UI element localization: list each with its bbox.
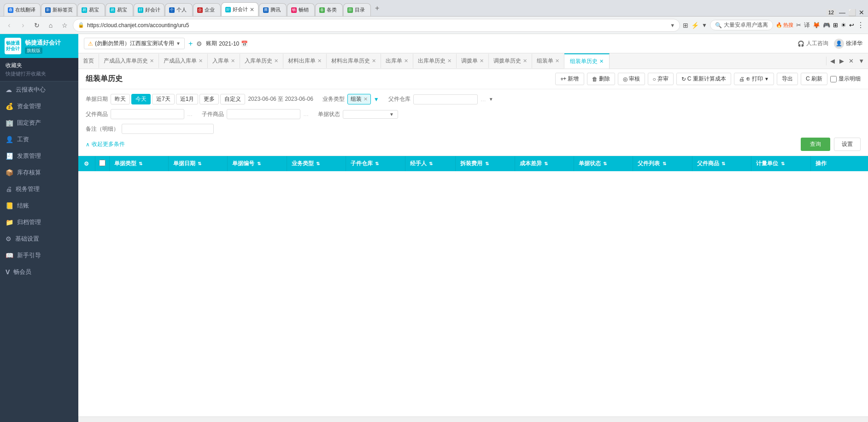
game-icon[interactable]: 🎮 xyxy=(823,22,830,29)
date-btn-yesterday[interactable]: 昨天 xyxy=(111,94,130,104)
tab-close-11[interactable]: ✕ xyxy=(555,58,559,64)
period-selector[interactable]: 账期 2021-10 📅 xyxy=(206,40,248,47)
col-cost-diff[interactable]: 成本差异 ⇅ xyxy=(515,156,574,171)
audit-button[interactable]: ◎ 审核 xyxy=(618,73,645,85)
sidebar-nav-item-settings[interactable]: ⚙ 基础设置 xyxy=(0,231,78,247)
tab-assembly-hist-active[interactable]: 组装单历史 ✕ xyxy=(564,53,610,69)
table-settings-icon[interactable]: ⚙ xyxy=(84,161,89,167)
show-detail-checkbox[interactable]: 显示明细 xyxy=(830,75,861,83)
tab-close-10[interactable]: ✕ xyxy=(523,58,527,64)
nav-forward-btn[interactable]: › xyxy=(18,20,29,31)
tab-mat-outbound[interactable]: 材料出库单 ✕ xyxy=(283,54,327,68)
nav-star-btn[interactable]: ☆ xyxy=(59,20,70,31)
parent-warehouse-dropdown[interactable]: ▼ xyxy=(489,97,493,102)
search-box[interactable]: 🔍 大量安卓用户逃离 xyxy=(710,20,773,30)
grid-icon[interactable]: ⊞ xyxy=(683,22,688,29)
tab-mat-outbound-hist[interactable]: 材料出库单历史 ✕ xyxy=(327,54,381,68)
browser-tab-7[interactable]: 企 企业 xyxy=(193,3,221,16)
tab-outbound[interactable]: 出库单 ✕ xyxy=(381,54,413,68)
browser-tab-10[interactable]: 畅 畅销 xyxy=(287,3,315,16)
col-bill-status[interactable]: 单据状态 ⇅ xyxy=(574,156,633,171)
collapse-btn[interactable]: ∧ 收起更多条件 xyxy=(86,140,125,148)
parent-goods-text[interactable] xyxy=(115,111,170,117)
parent-warehouse-text[interactable] xyxy=(417,96,463,103)
col-parent-list[interactable]: 父件列表 ⇅ xyxy=(633,156,692,171)
close-window-icon[interactable]: ✕ xyxy=(859,9,864,16)
emoji-icon[interactable]: 🦊 xyxy=(813,22,820,29)
parent-warehouse-more[interactable]: … xyxy=(481,96,486,103)
restore-icon[interactable]: ⬜ xyxy=(848,9,856,16)
tab-nav-close[interactable]: ✕ xyxy=(847,57,856,65)
tab-assembly[interactable]: 组装单 ✕ xyxy=(532,54,564,68)
browser-tab-3[interactable]: 易 易宝 xyxy=(77,3,105,16)
tab-close-12[interactable]: ✕ xyxy=(599,58,604,64)
parent-goods-more[interactable]: … xyxy=(187,111,193,117)
biz-type-tag-close[interactable]: ✕ xyxy=(364,96,368,102)
add-company-btn[interactable]: + xyxy=(188,40,193,48)
browser-tab-1[interactable]: 在 在线翻译 xyxy=(4,3,41,16)
col-bill-no[interactable]: 单据编号 ⇅ xyxy=(228,156,287,171)
biz-type-more-icon[interactable]: ▼ xyxy=(374,96,379,103)
browser-tab-6[interactable]: 个 个人 xyxy=(165,3,193,16)
minimize-icon[interactable]: — xyxy=(839,9,845,16)
col-bill-type[interactable]: 单据类型 ⇅ xyxy=(109,156,168,171)
sidebar-nav-item-tax[interactable]: 🖨 税务管理 xyxy=(0,181,78,197)
select-all-checkbox[interactable] xyxy=(99,160,106,166)
tab-transfer[interactable]: 调拨单 ✕ xyxy=(457,54,489,68)
tab-close-9[interactable]: ✕ xyxy=(480,58,484,64)
date-btn-today[interactable]: 今天 xyxy=(131,94,151,104)
browser-tab-11[interactable]: 各 各类 xyxy=(315,3,343,16)
tab-close-6[interactable]: ✕ xyxy=(372,58,376,64)
child-goods-input-box[interactable] xyxy=(227,109,300,119)
tab-close-5[interactable]: ✕ xyxy=(317,58,322,64)
sidebar-nav-item-assets[interactable]: 🏢 固定资产 xyxy=(0,115,78,131)
company-selector[interactable]: ⚠ (勿删勿禁用）江西服宝测试专用 ▼ xyxy=(84,38,185,49)
col-unit[interactable]: 计量单位 ⇅ xyxy=(751,156,810,171)
service-btn[interactable]: 🎧 人工咨询 xyxy=(798,40,828,47)
sidebar-nav-item-finance[interactable]: 💰 资金管理 xyxy=(0,98,78,115)
settings-gear-icon[interactable]: ⚙ xyxy=(196,40,202,47)
browser-tab-12[interactable]: 目 目录 xyxy=(343,3,371,16)
date-btn-more[interactable]: 更多 xyxy=(199,94,219,104)
url-bar[interactable]: 🔒 https://cloud.chanjet.com/accounting/u… xyxy=(73,19,680,32)
tab-prod-inbound-hist[interactable]: 产成品入库单历史 ✕ xyxy=(99,54,159,68)
tab-inbound[interactable]: 入库单 ✕ xyxy=(208,54,240,68)
parent-goods-input-box[interactable] xyxy=(111,109,184,119)
print-button[interactable]: 🖨 ⊕ 打印 ▼ xyxy=(734,73,774,85)
date-btn-7days[interactable]: 近7天 xyxy=(152,94,175,104)
url-dropdown-icon[interactable]: ▼ xyxy=(670,23,675,28)
tab-close-1[interactable]: ✕ xyxy=(150,58,154,64)
col-dismantle-fee[interactable]: 拆装费用 ⇅ xyxy=(456,156,515,171)
browser-tab-8-active[interactable]: 好 好会计 ✕ xyxy=(221,2,258,16)
sidebar-nav-item-archive[interactable]: 📁 归档管理 xyxy=(0,214,78,231)
tab-transfer-hist[interactable]: 调拨单历史 ✕ xyxy=(489,54,532,68)
query-button[interactable]: 查询 xyxy=(801,138,830,151)
user-info[interactable]: 👤 徐泽华 xyxy=(834,39,862,49)
col-parent-goods[interactable]: 父件商品 ⇅ xyxy=(692,156,751,171)
sidebar-nav-item-guide[interactable]: 📖 新手引导 xyxy=(0,247,78,264)
new-button[interactable]: + + 新增 xyxy=(555,73,584,85)
tab-close-8[interactable]: ✕ xyxy=(250,6,254,13)
tab-close-2[interactable]: ✕ xyxy=(199,58,203,64)
scissors-icon[interactable]: ✂ xyxy=(796,22,801,29)
browser-tab-5[interactable]: 好 好会计 xyxy=(134,3,164,16)
sidebar-nav-item-cloud[interactable]: ☁ 云报表中心 xyxy=(0,81,78,98)
sidebar-nav-item-invoice[interactable]: 🧾 发票管理 xyxy=(0,148,78,164)
abandon-button[interactable]: ○ 弃审 xyxy=(648,73,674,85)
tab-close-3[interactable]: ✕ xyxy=(231,58,235,64)
sidebar-favorites[interactable]: 收藏夹 快捷键打开收藏夹 xyxy=(0,58,78,81)
delete-button[interactable]: 🗑 删除 xyxy=(587,73,615,85)
col-child-warehouse[interactable]: 子件仓库 ⇅ xyxy=(346,156,405,171)
browser-tab-4[interactable]: 易 易宝 xyxy=(106,3,133,16)
nav-home-btn[interactable]: ⌂ xyxy=(45,20,56,31)
tab-prod-inbound[interactable]: 产成品入库单 ✕ xyxy=(159,54,208,68)
notes-input[interactable] xyxy=(122,124,214,134)
tab-home[interactable]: 首页 xyxy=(78,54,99,68)
undo-icon[interactable]: ↩ xyxy=(849,22,854,29)
menu-icon[interactable]: ⋮ xyxy=(857,21,864,29)
refresh-button[interactable]: C 刷新 xyxy=(801,73,827,85)
new-tab-button[interactable]: + xyxy=(371,4,383,12)
recalc-button[interactable]: ↻ C 重新计算成本 xyxy=(676,73,731,85)
sidebar-nav-item-payroll[interactable]: 👤 工资 xyxy=(0,131,78,148)
bill-status-dropdown[interactable]: ▼ xyxy=(343,110,398,119)
